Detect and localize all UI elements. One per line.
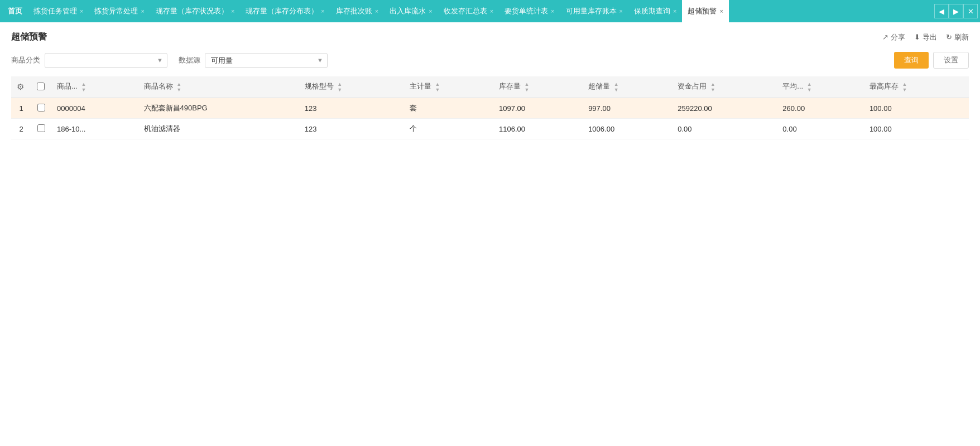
header-unit-label: 主计量 [410, 82, 431, 90]
category-select[interactable] [45, 53, 167, 68]
cell-overstock_qty-1: 1006.00 [583, 119, 672, 139]
nav-close-x-recv-sum[interactable]: × [490, 8, 493, 14]
page-container: 超储预警 ↗ 分享 ⬇ 导出 ↻ 刷新 商品分类 ▼ [0, 22, 980, 446]
header-overstock-qty[interactable]: 超储量 ▲▼ [583, 76, 672, 98]
cell-unit-0: 套 [404, 98, 493, 119]
filter-actions: 查询 设置 [894, 52, 969, 69]
header-goods-name[interactable]: 商品名称 ▲▼ [138, 76, 299, 98]
share-label: 分享 [891, 32, 905, 42]
page-header: 超储预警 ↗ 分享 ⬇ 导出 ↻ 刷新 [11, 31, 969, 43]
header-spec[interactable]: 规格型号 ▲▼ [299, 76, 404, 98]
cell-unit-1: 个 [404, 119, 493, 139]
datasource-filter-group: 数据源 可用量 ▼ [179, 53, 328, 68]
cell-checkbox-1 [31, 119, 51, 139]
export-button[interactable]: ⬇ 导出 [914, 32, 937, 42]
header-capital-label: 资金占用 [678, 82, 707, 90]
cell-spec-1: 123 [299, 119, 404, 139]
nav-close-button[interactable]: ✕ [963, 4, 978, 18]
sort-arrows-overstock-qty: ▲▼ [614, 81, 619, 93]
nav-item-order-stats[interactable]: 要货单统计表× [499, 0, 560, 22]
cell-goods_name-1: 机油滤清器 [138, 119, 299, 139]
row-checkbox-0[interactable] [37, 104, 45, 112]
header-max-stock[interactable]: 最高库存 ▲▼ [864, 76, 969, 98]
sort-arrows-goods-code: ▲▼ [81, 81, 86, 93]
nav-item-in-out-flow[interactable]: 出入库流水× [384, 0, 438, 22]
header-overstock-qty-label: 超储量 [588, 82, 610, 90]
nav-close-x-in-out-flow[interactable]: × [429, 8, 432, 14]
cell-capital_occupied-1: 0.00 [672, 119, 777, 139]
cell-goods_code-1: 186-10... [51, 119, 138, 139]
nav-item-label-abnormal-proc: 拣货异常处理 [94, 7, 138, 16]
header-stock-qty-label: 库存量 [499, 82, 521, 90]
data-table: ⚙ 商品... ▲▼ 商品名称 ▲▼ 规格型号 ▲▼ 主计 [11, 76, 969, 139]
nav-item-abnormal-proc[interactable]: 拣货异常处理× [89, 0, 150, 22]
nav-item-label-available-acct: 可用量库存账本 [566, 7, 617, 16]
header-settings[interactable]: ⚙ [11, 76, 31, 98]
refresh-label: 刷新 [954, 32, 969, 42]
nav-item-quality-check[interactable]: 保质期查询× [628, 0, 682, 22]
nav-item-home[interactable]: 首页 [2, 0, 28, 22]
category-label: 商品分类 [11, 55, 40, 65]
cell-goods_name-0: 六配套新昌490BPG [138, 98, 299, 119]
sort-arrows-stock-qty: ▲▼ [525, 81, 530, 93]
nav-item-label-task-mgmt: 拣货任务管理 [33, 7, 77, 16]
cell-overstock_qty-0: 997.00 [583, 98, 672, 119]
nav-item-recv-sum[interactable]: 收发存汇总表× [438, 0, 499, 22]
datasource-select[interactable]: 可用量 [205, 53, 328, 68]
nav-close-x-inventory-dist[interactable]: × [321, 8, 324, 14]
nav-item-inventory-status[interactable]: 现存量（库存状况表）× [150, 0, 240, 22]
nav-item-task-mgmt[interactable]: 拣货任务管理× [28, 0, 89, 22]
nav-bar: 首页拣货任务管理×拣货异常处理×现存量（库存状况表）×现存量（库存分布表）×库存… [0, 0, 980, 22]
cell-goods_code-0: 0000004 [51, 98, 138, 119]
nav-close-x-available-acct[interactable]: × [619, 8, 623, 14]
nav-close-x-inventory-batch[interactable]: × [375, 8, 378, 14]
nav-next-button[interactable]: ▶ [949, 4, 963, 18]
nav-item-label-recv-sum: 收发存汇总表 [444, 7, 487, 16]
select-all-checkbox[interactable] [37, 83, 45, 90]
refresh-button[interactable]: ↻ 刷新 [946, 32, 969, 42]
settings-button[interactable]: 设置 [933, 52, 969, 69]
cell-capital_occupied-0: 259220.00 [672, 98, 777, 119]
nav-item-label-inventory-dist: 现存量（库存分布表） [246, 7, 318, 16]
refresh-icon: ↻ [946, 33, 952, 41]
header-goods-name-label: 商品名称 [144, 82, 173, 90]
query-button[interactable]: 查询 [894, 52, 929, 69]
table-header-row: ⚙ 商品... ▲▼ 商品名称 ▲▼ 规格型号 ▲▼ 主计 [11, 76, 969, 98]
cell-checkbox-0 [31, 98, 51, 119]
share-icon: ↗ [882, 33, 888, 41]
cell-index-1: 2 [11, 119, 31, 139]
nav-item-available-acct[interactable]: 可用量库存账本× [560, 0, 628, 22]
header-capital[interactable]: 资金占用 ▲▼ [672, 76, 777, 98]
sort-arrows-capital: ▲▼ [710, 81, 715, 93]
sort-arrows-goods-name: ▲▼ [176, 81, 181, 93]
nav-item-inventory-dist[interactable]: 现存量（库存分布表）× [240, 0, 330, 22]
header-stock-qty[interactable]: 库存量 ▲▼ [493, 76, 583, 98]
nav-close-x-order-stats[interactable]: × [551, 8, 554, 14]
nav-prev-button[interactable]: ◀ [934, 4, 949, 18]
nav-close-x-task-mgmt[interactable]: × [80, 8, 83, 14]
nav-close-x-abnormal-proc[interactable]: × [141, 8, 144, 14]
category-filter-group: 商品分类 ▼ [11, 53, 167, 68]
nav-close-x-overstock-alert[interactable]: × [719, 8, 723, 14]
table-row: 2186-10...机油滤清器123个1106.001006.000.000.0… [11, 119, 969, 139]
filter-row: 商品分类 ▼ 数据源 可用量 ▼ 查询 设置 [11, 52, 969, 69]
nav-item-label-home: 首页 [8, 7, 22, 16]
nav-item-inventory-batch[interactable]: 库存批次账× [330, 0, 384, 22]
share-button[interactable]: ↗ 分享 [882, 32, 905, 42]
nav-close-x-quality-check[interactable]: × [673, 8, 676, 14]
nav-item-label-in-out-flow: 出入库流水 [390, 7, 426, 16]
category-select-wrapper: ▼ [45, 53, 167, 68]
nav-item-overstock-alert[interactable]: 超储预警× [682, 0, 728, 22]
header-goods-code-label: 商品... [57, 82, 78, 90]
nav-item-label-order-stats: 要货单统计表 [505, 7, 548, 16]
sort-arrows-unit: ▲▼ [435, 81, 440, 93]
page-title: 超储预警 [11, 31, 47, 43]
datasource-select-wrapper: 可用量 ▼ [205, 53, 328, 68]
header-avg[interactable]: 平均... ▲▼ [777, 76, 864, 98]
row-checkbox-1[interactable] [37, 124, 45, 132]
header-goods-code[interactable]: 商品... ▲▼ [51, 76, 138, 98]
export-label: 导出 [923, 32, 937, 42]
gear-icon[interactable]: ⚙ [17, 82, 24, 91]
header-unit[interactable]: 主计量 ▲▼ [404, 76, 493, 98]
nav-close-x-inventory-status[interactable]: × [231, 8, 234, 14]
